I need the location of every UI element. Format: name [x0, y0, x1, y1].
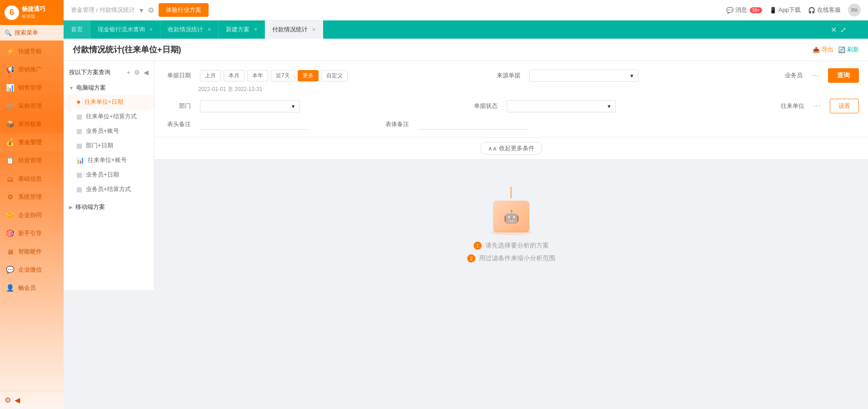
collapse-bar[interactable]: ∧∧ 收起更多条件 [155, 137, 868, 160]
scheme-item-icon-salesperson-account: ▦ [76, 127, 82, 135]
tabbar-actions: ✕ ⤢ [827, 20, 850, 39]
topbar-settings-icon[interactable]: ⚙ [148, 6, 154, 15]
avatar[interactable]: Rit [848, 4, 861, 16]
tab-close-new-plan[interactable]: × [254, 26, 257, 33]
headset-icon: 🎧 [808, 7, 815, 14]
date-option-this-year[interactable]: 本年 [247, 70, 268, 81]
scheme-item-salesperson-account[interactable]: ▦ 业务员+账号 [64, 124, 154, 138]
left-panel-collapse-icon[interactable]: ◀ [144, 69, 149, 76]
tab-payment-stats[interactable]: 付款情况统计 × [265, 20, 323, 39]
scheme-item-partner-account[interactable]: 📊 往来单位+账号 [64, 153, 154, 167]
online-service-area[interactable]: 🎧 在线客服 [808, 6, 841, 14]
sidebar-item-wechat[interactable]: 💬 企业微信 [0, 261, 64, 279]
date-option-last-month[interactable]: 上月 [200, 70, 221, 81]
scheme-item-salesperson-settle[interactable]: ▦ 业务员+结算方式 [64, 182, 154, 197]
left-panel-title: 按以下方案查询 [69, 68, 110, 76]
header-note-input[interactable] [200, 119, 309, 130]
topbar: 资金管理 / 付款情况统计 ▾ ⚙ 体验行业方案 💬 消息 99+ 📱 App下… [64, 0, 868, 20]
desktop-arrow-icon: ▼ [69, 86, 74, 91]
search-menu[interactable]: 🔍 搜索菜单 [0, 25, 64, 40]
tab-close-collection[interactable]: × [208, 26, 211, 33]
refresh-button[interactable]: 🔄 刷新 [838, 45, 859, 54]
sidebar-item-quick-nav[interactable]: ⚡ 快捷导航 [0, 42, 64, 61]
date-option-7days[interactable]: 近7天 [271, 70, 295, 81]
sidebar-collapse-icon[interactable]: ◀ [15, 396, 20, 404]
tab-home[interactable]: 首页 [64, 20, 90, 39]
scheme-item-icon-dept-date: ▦ [76, 142, 82, 149]
tab-close-all-icon[interactable]: ✕ [831, 25, 837, 34]
content-body: 按以下方案查询 + ⚙ ◀ ▼ 电脑端方案 ● 往来单位+日期 [64, 61, 868, 290]
scheme-item-partner-settle[interactable]: ▦ 往来单位+结算方式 [64, 109, 154, 124]
left-panel-settings-icon[interactable]: ⚙ [134, 69, 140, 76]
date-option-this-month[interactable]: 本月 [224, 70, 244, 81]
tab-close-payment-stats[interactable]: × [312, 26, 315, 33]
notification-badge: 99+ [750, 7, 762, 13]
body-note-label: 表体备注 [382, 120, 409, 128]
query-button[interactable]: 查询 [828, 68, 859, 83]
date-range-text: 2022-01-01 至 2022-12-31 [198, 86, 262, 93]
source-select[interactable]: ▾ [529, 70, 639, 82]
empty-antenna [510, 187, 512, 198]
operation-icon: 📋 [5, 156, 15, 165]
scheme-item-salesperson-date[interactable]: ▦ 业务员+日期 [64, 167, 154, 182]
sidebar-item-basic[interactable]: 🗂 基础信息 [0, 170, 64, 188]
sidebar-item-purchase[interactable]: 🛒 采购管理 [0, 97, 64, 115]
status-dropdown-icon: ▾ [608, 103, 611, 110]
scheme-group-desktop-title[interactable]: ▼ 电脑端方案 [64, 81, 154, 95]
partner-dots[interactable]: ··· [813, 102, 821, 110]
app-sub: 标准版 [22, 13, 45, 20]
salesperson-dots[interactable]: ··· [812, 71, 819, 80]
voucher-status-select[interactable]: ▾ [507, 100, 616, 112]
collapse-up-icon: ∧∧ [488, 145, 497, 152]
sidebar-item-sales[interactable]: 📊 销售管理 [0, 79, 64, 97]
date-option-custom[interactable]: 自定义 [321, 70, 348, 81]
quick-nav-icon: ⚡ [5, 47, 15, 56]
collapse-button[interactable]: ∧∧ 收起更多条件 [480, 142, 542, 155]
tab-expand-icon[interactable]: ⤢ [840, 25, 846, 34]
sidebar-settings-icon[interactable]: ⚙ [5, 396, 11, 404]
left-panel-header: 按以下方案查询 + ⚙ ◀ [64, 66, 154, 79]
salesperson-label: 业务员 [775, 71, 803, 80]
sidebar-item-marketing[interactable]: 📢 营销推广 [0, 61, 64, 79]
tab-close-cash-flow[interactable]: × [150, 26, 153, 33]
empty-step-2: 2 用过滤条件来缩小分析范围 [467, 254, 555, 263]
logo-icon: 6 [5, 5, 19, 20]
sidebar-bottom: ⚙ ◀ [0, 391, 64, 409]
sidebar-item-member[interactable]: 👤 畅会员 [0, 279, 64, 297]
sidebar-item-system[interactable]: ⚙ 系统管理 [0, 188, 64, 206]
scheme-group-mobile-title[interactable]: ▶ 移动端方案 [64, 200, 154, 214]
tab-cash-flow[interactable]: 现金银行流水查询 × [90, 20, 160, 39]
source-label: 来源单据 [493, 71, 520, 80]
phone-icon: 📱 [769, 7, 777, 14]
trial-button[interactable]: 体验行业方案 [159, 3, 209, 17]
filter-row-2: 部门 ▾ 单据状态 ▾ 往来单位 ··· [164, 99, 859, 113]
dept-dropdown-icon: ▾ [292, 103, 295, 110]
left-panel-add-icon[interactable]: + [127, 69, 130, 76]
app-download-area[interactable]: 📱 App下载 [769, 6, 801, 14]
tab-new-plan[interactable]: 新建方案 × [219, 20, 265, 39]
date-option-more[interactable]: 更多 [298, 70, 319, 81]
sidebar-item-finance[interactable]: 💰 资金管理 [0, 133, 64, 151]
right-content: 单据日期 上月 本月 本年 近7天 更多 自定义 来源单据 [155, 61, 868, 290]
sidebar-item-hardware[interactable]: 🖥 智能硬件 [0, 242, 64, 261]
sidebar-item-operation[interactable]: 📋 经营管理 [0, 151, 64, 170]
department-select[interactable]: ▾ [200, 100, 300, 112]
body-note-input[interactable] [418, 119, 527, 130]
purchase-icon: 🛒 [5, 101, 15, 111]
empty-shadow [491, 230, 532, 235]
scheme-item-partner-date[interactable]: ● 往来单位+日期 [64, 95, 154, 109]
member-icon: 👤 [5, 283, 15, 293]
tab-collection[interactable]: 收款情况统计 × [160, 20, 219, 39]
notification-area[interactable]: 💬 消息 99+ [726, 6, 762, 14]
left-panel: 按以下方案查询 + ⚙ ◀ ▼ 电脑端方案 ● 往来单位+日期 [64, 61, 155, 290]
scheme-group-mobile: ▶ 移动端方案 [64, 198, 154, 216]
left-panel-header-actions: + ⚙ ◀ [127, 69, 149, 76]
scheme-item-dept-date[interactable]: ▦ 部门+日期 [64, 138, 154, 153]
sidebar-item-enterprise[interactable]: 🤝 企业协同 [0, 206, 64, 224]
topbar-dropdown-icon[interactable]: ▾ [140, 6, 143, 15]
sidebar-item-inventory[interactable]: 📦 库存核算 [0, 115, 64, 133]
date-options: 上月 本月 本年 近7天 更多 自定义 [200, 70, 348, 81]
export-button[interactable]: 📤 导出 [813, 45, 833, 54]
setting-button[interactable]: 设置 [830, 99, 859, 113]
sidebar-item-guide[interactable]: 🎯 新手引导 [0, 224, 64, 242]
